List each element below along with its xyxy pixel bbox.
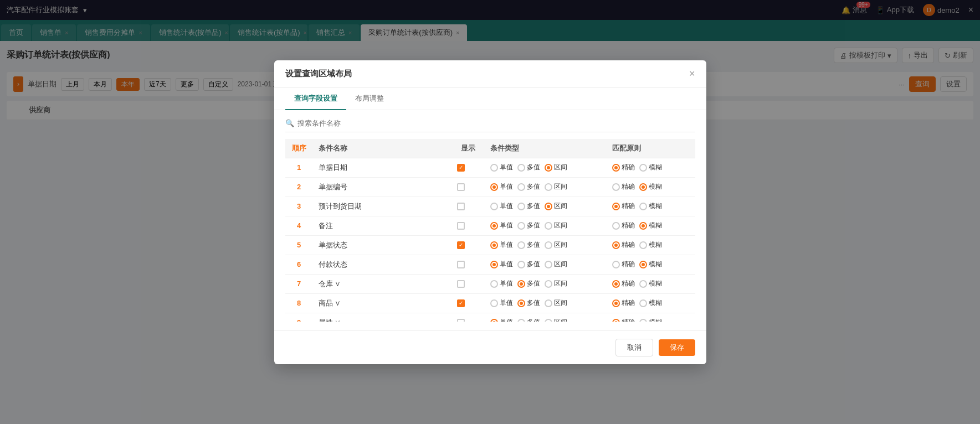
- row-4-type-单值[interactable]: 单值: [490, 240, 513, 250]
- row-5-match-精确[interactable]: 精确: [612, 260, 635, 269]
- row-3-name: 备注: [313, 216, 451, 235]
- row-8-match-精确[interactable]: 精确: [612, 318, 635, 322]
- table-row: 9属性 ∨单值多值区间精确模糊: [285, 313, 695, 322]
- table-row: 3预计到货日期单值多值区间精确模糊: [285, 197, 695, 216]
- row-6-type-cell: 单值多值区间: [485, 274, 607, 293]
- row-5-checkbox[interactable]: [457, 261, 465, 268]
- row-1-type-单值[interactable]: 单值: [490, 182, 513, 192]
- row-3-match-模糊[interactable]: 模糊: [639, 221, 662, 230]
- row-3-type-单值[interactable]: 单值: [490, 221, 513, 230]
- row-1-display-cell: [451, 177, 485, 197]
- th-order: 顺序: [285, 139, 313, 158]
- modal-overlay[interactable]: 设置查询区域布局 × 查询字段设置 布局调整 🔍: [0, 0, 980, 417]
- row-7-name: 商品 ∨: [313, 293, 451, 313]
- row-3-order: 4: [285, 216, 313, 235]
- search-icon: 🔍: [285, 119, 294, 127]
- search-input[interactable]: [297, 119, 695, 127]
- table-row: 5单据状态单值多值区间精确模糊: [285, 235, 695, 255]
- cancel-btn[interactable]: 取消: [615, 339, 653, 356]
- row-7-type-单值[interactable]: 单值: [490, 298, 513, 308]
- row-7-match-cell: 精确模糊: [607, 293, 695, 313]
- row-0-type-多值[interactable]: 多值: [517, 163, 540, 172]
- row-7-match-精确[interactable]: 精确: [612, 298, 635, 308]
- row-7-match-模糊[interactable]: 模糊: [639, 298, 662, 308]
- modal-close-btn[interactable]: ×: [689, 68, 695, 80]
- row-2-match-精确[interactable]: 精确: [612, 201, 635, 211]
- conditions-table-scroll: 顺序 条件名称 显示 条件类型 匹配原则 1单据日期单值多值区间精确模糊2单据编…: [285, 139, 695, 322]
- row-5-type-单值[interactable]: 单值: [490, 260, 513, 269]
- row-6-type-单值[interactable]: 单值: [490, 279, 513, 288]
- row-5-type-区间[interactable]: 区间: [545, 260, 567, 269]
- row-3-match-精确[interactable]: 精确: [612, 221, 635, 230]
- row-4-display-cell: [451, 235, 485, 255]
- row-0-type-区间[interactable]: 区间: [545, 163, 567, 172]
- row-1-order: 2: [285, 177, 313, 197]
- table-row: 7仓库 ∨单值多值区间精确模糊: [285, 274, 695, 293]
- modal-title: 设置查询区域布局: [285, 69, 352, 79]
- row-5-type-多值[interactable]: 多值: [517, 260, 540, 269]
- th-name: 条件名称: [313, 139, 451, 158]
- row-0-match-模糊[interactable]: 模糊: [639, 163, 662, 172]
- row-6-match-精确[interactable]: 精确: [612, 279, 635, 288]
- row-7-type-多值[interactable]: 多值: [517, 298, 540, 308]
- row-4-match-模糊[interactable]: 模糊: [639, 240, 662, 250]
- save-btn[interactable]: 保存: [659, 339, 695, 356]
- row-3-type-多值[interactable]: 多值: [517, 221, 540, 230]
- row-2-match-cell: 精确模糊: [607, 197, 695, 216]
- row-6-checkbox[interactable]: [457, 280, 465, 288]
- row-2-type-多值[interactable]: 多值: [517, 201, 540, 211]
- row-2-type-单值[interactable]: 单值: [490, 201, 513, 211]
- row-4-type-多值[interactable]: 多值: [517, 240, 540, 250]
- modal-tab-fields-label: 查询字段设置: [294, 94, 337, 102]
- row-6-type-多值[interactable]: 多值: [517, 279, 540, 288]
- table-row: 8商品 ∨单值多值区间精确模糊: [285, 293, 695, 313]
- row-7-type-区间[interactable]: 区间: [545, 298, 567, 308]
- row-1-match-模糊[interactable]: 模糊: [639, 182, 662, 192]
- table-header-row: 顺序 条件名称 显示 条件类型 匹配原则: [285, 139, 695, 158]
- row-8-match-模糊[interactable]: 模糊: [639, 318, 662, 322]
- row-4-type-区间[interactable]: 区间: [545, 240, 567, 250]
- row-8-type-多值[interactable]: 多值: [517, 318, 540, 322]
- th-display: 显示: [451, 139, 485, 158]
- row-2-checkbox[interactable]: [457, 203, 465, 210]
- row-7-display-cell: [451, 293, 485, 313]
- table-row: 2单据编号单值多值区间精确模糊: [285, 177, 695, 197]
- row-5-order: 6: [285, 255, 313, 274]
- row-1-type-区间[interactable]: 区间: [545, 182, 567, 192]
- th-type: 条件类型: [485, 139, 607, 158]
- row-7-checkbox[interactable]: [457, 299, 465, 307]
- row-2-type-cell: 单值多值区间: [485, 197, 607, 216]
- row-4-match-精确[interactable]: 精确: [612, 240, 635, 250]
- modal-tab-layout[interactable]: 布局调整: [346, 88, 393, 110]
- row-6-match-模糊[interactable]: 模糊: [639, 279, 662, 288]
- row-3-checkbox[interactable]: [457, 222, 465, 230]
- row-3-type-区间[interactable]: 区间: [545, 221, 567, 230]
- row-1-name: 单据编号: [313, 177, 451, 197]
- row-8-checkbox[interactable]: [457, 319, 465, 322]
- row-7-type-cell: 单值多值区间: [485, 293, 607, 313]
- row-1-type-多值[interactable]: 多值: [517, 182, 540, 192]
- row-5-match-模糊[interactable]: 模糊: [639, 260, 662, 269]
- row-0-type-cell: 单值多值区间: [485, 158, 607, 177]
- row-8-type-区间[interactable]: 区间: [545, 318, 567, 322]
- th-match: 匹配原则: [607, 139, 695, 158]
- row-2-type-区间[interactable]: 区间: [545, 201, 567, 211]
- row-1-checkbox[interactable]: [457, 183, 465, 191]
- row-8-type-单值[interactable]: 单值: [490, 318, 513, 322]
- row-1-match-精确[interactable]: 精确: [612, 182, 635, 192]
- row-6-match-cell: 精确模糊: [607, 274, 695, 293]
- row-4-checkbox[interactable]: [457, 241, 465, 249]
- row-0-checkbox[interactable]: [457, 164, 465, 172]
- row-6-type-区间[interactable]: 区间: [545, 279, 567, 288]
- row-1-type-cell: 单值多值区间: [485, 177, 607, 197]
- row-2-match-模糊[interactable]: 模糊: [639, 201, 662, 211]
- modal-tab-fields[interactable]: 查询字段设置: [285, 88, 346, 110]
- row-2-display-cell: [451, 197, 485, 216]
- table-row: 4备注单值多值区间精确模糊: [285, 216, 695, 235]
- modal-tabs: 查询字段设置 布局调整: [274, 88, 706, 110]
- row-2-order: 3: [285, 197, 313, 216]
- row-5-type-cell: 单值多值区间: [485, 255, 607, 274]
- row-0-match-精确[interactable]: 精确: [612, 163, 635, 172]
- row-2-name: 预计到货日期: [313, 197, 451, 216]
- row-0-type-单值[interactable]: 单值: [490, 163, 513, 172]
